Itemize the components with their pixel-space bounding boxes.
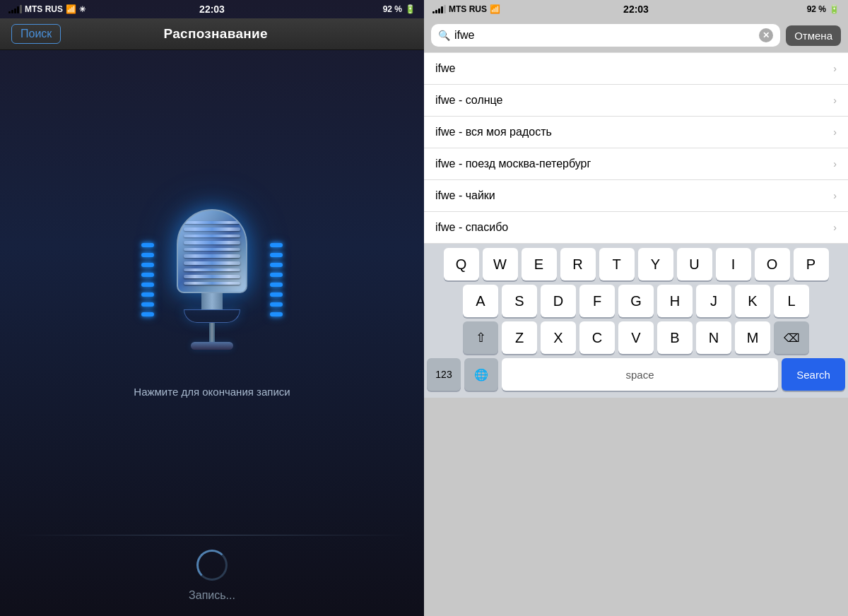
key-C[interactable]: C xyxy=(579,321,615,354)
suggestion-item[interactable]: ifwe› xyxy=(424,52,848,85)
indicator-dot xyxy=(270,292,283,297)
key-V[interactable]: V xyxy=(618,321,654,354)
key-Z[interactable]: Z xyxy=(502,321,537,354)
key-X[interactable]: X xyxy=(541,321,576,354)
key-B[interactable]: B xyxy=(657,321,693,354)
key-I[interactable]: I xyxy=(716,248,751,280)
key-T[interactable]: T xyxy=(599,248,635,280)
battery-icon: 🔋 xyxy=(405,4,416,14)
mic-glow xyxy=(178,211,246,292)
right-indicators xyxy=(270,243,283,316)
loading-spinner xyxy=(196,550,228,581)
left-status-bar: MTS RUS 📶 ✳ 22:03 92 % 🔋 xyxy=(0,0,424,18)
indicator-dot xyxy=(270,312,283,316)
key-F[interactable]: F xyxy=(579,285,615,317)
key-E[interactable]: E xyxy=(522,248,557,280)
wifi-icon: 📶 xyxy=(66,4,76,14)
key-G[interactable]: G xyxy=(618,285,654,317)
search-bar: 🔍 ifwe ✕ Отмена xyxy=(424,18,848,52)
search-key[interactable]: Search xyxy=(782,358,845,391)
mic-foot xyxy=(191,342,233,350)
indicator-dot xyxy=(270,253,283,257)
suggestion-text: ifwe xyxy=(435,62,455,75)
suggestion-arrow-icon: › xyxy=(833,158,837,170)
key-H[interactable]: H xyxy=(657,285,693,317)
recording-area: Запись... xyxy=(0,535,424,616)
key-L[interactable]: L xyxy=(774,285,809,317)
right-panel: MTS RUS 📶 22:03 92 % 🔋 🔍 ifwe ✕ Отмена i… xyxy=(424,0,848,616)
mic-instruction: Нажмите для окончания записи xyxy=(134,386,290,398)
space-key[interactable]: space xyxy=(502,358,778,391)
right-wifi-icon: 📶 xyxy=(490,4,500,14)
key-D[interactable]: D xyxy=(541,285,576,317)
indicator-dot xyxy=(141,302,154,307)
indicator-dot xyxy=(141,243,154,247)
suggestions-list: ifwe›ifwe - солнце›ifwe - вся моя радост… xyxy=(424,52,848,244)
activity-icon: ✳ xyxy=(79,5,86,14)
key-O[interactable]: O xyxy=(755,248,790,280)
left-battery-label: 92 % xyxy=(383,4,402,14)
right-signal-bars xyxy=(432,5,446,13)
suggestion-text: ifwe - спасибо xyxy=(435,221,508,234)
suggestion-text: ifwe - солнце xyxy=(435,94,502,107)
suggestion-arrow-icon: › xyxy=(833,63,837,74)
indicator-dot xyxy=(141,253,154,257)
mic-head xyxy=(177,209,247,294)
microphone-container[interactable] xyxy=(141,188,283,372)
keyboard-row-2: ASDFGHJKL xyxy=(427,285,845,317)
search-query[interactable]: ifwe xyxy=(454,29,755,42)
recording-label: Запись... xyxy=(189,589,235,602)
keyboard-row-3: ⇧ZXCVBNM⌫ xyxy=(427,321,845,354)
suggestion-item[interactable]: ifwe - чайки› xyxy=(424,180,848,212)
suggestion-item[interactable]: ifwe - вся моя радость› xyxy=(424,117,848,148)
indicator-dot xyxy=(141,292,154,297)
suggestion-arrow-icon: › xyxy=(833,95,837,106)
keyboard: QWERTYUIOPASDFGHJKL⇧ZXCVBNM⌫123🌐spaceSea… xyxy=(424,244,848,398)
suggestion-arrow-icon: › xyxy=(833,190,837,201)
globe-key[interactable]: 🌐 xyxy=(464,358,498,391)
shift-key[interactable]: ⇧ xyxy=(463,321,498,354)
key-K[interactable]: K xyxy=(735,285,770,317)
suggestion-text: ifwe - поезд москва-петербург xyxy=(435,158,591,170)
search-icon: 🔍 xyxy=(438,30,450,41)
delete-key[interactable]: ⌫ xyxy=(774,321,809,354)
right-battery-label: 92 % xyxy=(807,4,826,14)
left-nav: Поиск Распознавание xyxy=(0,18,424,50)
key-J[interactable]: J xyxy=(696,285,731,317)
cancel-button[interactable]: Отмена xyxy=(786,25,841,46)
suggestion-arrow-icon: › xyxy=(833,126,837,138)
right-carrier-info: MTS RUS 📶 xyxy=(432,4,500,14)
indicator-dot xyxy=(141,273,154,277)
left-panel: MTS RUS 📶 ✳ 22:03 92 % 🔋 Поиск Распознав… xyxy=(0,0,424,616)
key-Y[interactable]: Y xyxy=(638,248,673,280)
left-time: 22:03 xyxy=(199,4,225,15)
right-time: 22:03 xyxy=(623,4,649,15)
suggestion-item[interactable]: ifwe - поезд москва-петербург› xyxy=(424,148,848,180)
suggestion-item[interactable]: ifwe - солнце› xyxy=(424,85,848,117)
indicator-dot xyxy=(270,283,283,287)
indicator-dot xyxy=(141,312,154,316)
key-W[interactable]: W xyxy=(483,248,518,280)
numbers-key[interactable]: 123 xyxy=(427,358,461,391)
right-status-bar: MTS RUS 📶 22:03 92 % 🔋 xyxy=(424,0,848,18)
back-button[interactable]: Поиск xyxy=(11,24,61,44)
indicator-dot xyxy=(270,243,283,247)
search-clear-button[interactable]: ✕ xyxy=(759,28,773,42)
key-R[interactable]: R xyxy=(560,248,596,280)
key-U[interactable]: U xyxy=(677,248,712,280)
key-Q[interactable]: Q xyxy=(444,248,479,280)
microphone-area[interactable]: Нажмите для окончания записи xyxy=(0,50,424,535)
suggestion-text: ifwe - вся моя радость xyxy=(435,126,552,138)
key-M[interactable]: M xyxy=(735,321,770,354)
key-S[interactable]: S xyxy=(502,285,537,317)
right-battery-area: 92 % 🔋 xyxy=(807,4,840,14)
indicator-dot xyxy=(141,283,154,287)
right-carrier: MTS RUS xyxy=(449,4,487,14)
key-N[interactable]: N xyxy=(696,321,731,354)
key-A[interactable]: A xyxy=(463,285,498,317)
left-battery-area: 92 % 🔋 xyxy=(383,4,416,14)
suggestion-item[interactable]: ifwe - спасибо› xyxy=(424,212,848,244)
key-P[interactable]: P xyxy=(794,248,829,280)
mic-base xyxy=(184,309,240,323)
search-input-wrap[interactable]: 🔍 ifwe ✕ xyxy=(431,24,780,47)
